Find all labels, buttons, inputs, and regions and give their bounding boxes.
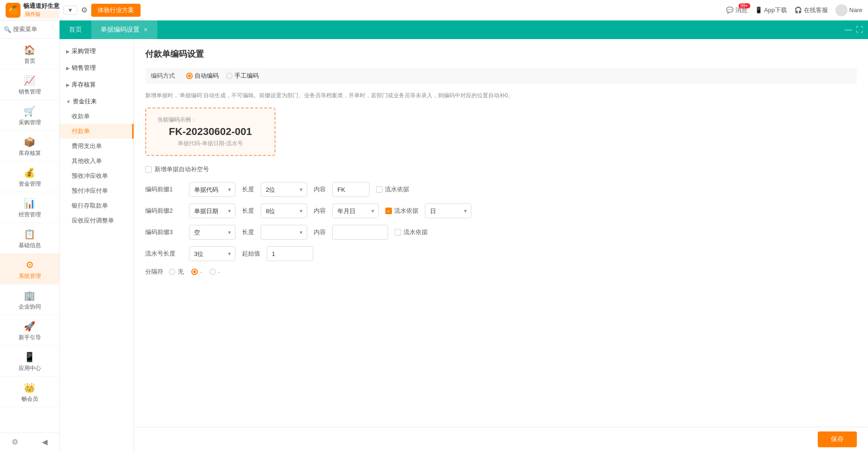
left-nav-funds-title[interactable]: ▼ 资金往来 [60,94,134,109]
prefix1-length-select[interactable]: 2位 [261,182,307,197]
form-area: 付款单编码设置 编码方式 自动编码 手工编码 [134,39,868,427]
start-value-input[interactable] [267,246,313,261]
sidebar-item-label: 库存核算 [19,149,41,157]
enterprise-icon: 🏢 [24,290,35,301]
preview-label: 当前编码示例： [157,116,263,124]
msg-btn[interactable]: 💬 消息 99+ [726,6,747,14]
tab-close-icon[interactable]: ✕ [143,27,148,33]
preview-desc: 单据代码-单据日期-流水号 [157,140,263,148]
form-wrapper: 付款单编码设置 编码方式 自动编码 手工编码 [134,39,868,451]
prefix2-content-label: 内容 [314,207,326,215]
bottom-bar: 保存 [134,427,868,451]
left-nav-sales-title[interactable]: ▶ 销售管理 [60,61,134,75]
search-menu[interactable]: 🔍 搜索菜单 [0,20,59,39]
trial-btn[interactable]: 体验行业方案 [91,4,141,17]
prefix1-select[interactable]: 单据代码 [189,182,236,197]
left-nav-item-advance-receipt[interactable]: 预收冲应收单 [60,168,134,183]
prefix1-label: 编码前缀1 [145,185,182,194]
sidebar-item-label: 首页 [24,57,35,65]
checkbox-checked-icon: ✓ [385,208,392,214]
settings-icon[interactable]: ⚙ [81,6,87,14]
auto-fill-checkbox[interactable] [145,166,152,173]
sidebar-item-apps[interactable]: 📱 应用中心 [0,346,59,377]
sidebar-item-finance[interactable]: 💰 资金管理 [0,162,59,192]
system-icon: ⚙ [26,259,34,270]
prefix2-select[interactable]: 单据日期 [189,203,236,218]
prefix2-content-select[interactable]: 年月日 [332,203,379,218]
auto-encode-radio[interactable]: 自动编码 [186,72,219,80]
sidebar-item-label: 资金管理 [19,180,41,188]
nav-dropdown-btn[interactable]: ▼ [63,6,77,15]
tabbar-minimize-icon[interactable]: — [845,26,852,34]
sidebar-item-guide[interactable]: 🚀 新手引导 [0,315,59,346]
left-nav-item-expense[interactable]: 费用支出单 [60,139,134,154]
member-icon: 👑 [24,382,35,393]
prefix2-watermark-check[interactable]: ✓ 流水依据 [385,207,418,215]
prefix3-select[interactable]: 空 [189,225,236,240]
user-menu[interactable]: Nare [835,4,862,16]
prefix3-watermark-check[interactable]: 流水依据 [395,228,428,236]
prefix2-period-select[interactable]: 日 [425,203,471,218]
left-nav-item-other-income[interactable]: 其他收入单 [60,154,134,168]
page-title: 付款单编码设置 [145,48,857,60]
left-nav-item-bank-deposit[interactable]: 银行存取款单 [60,198,134,213]
sidebar-collapse-icon[interactable]: ◀ [42,438,47,446]
save-button[interactable]: 保存 [818,431,857,447]
tab-home-label: 首页 [69,26,82,34]
sep-dot-option[interactable]: · [191,269,202,276]
left-nav-purchase-title[interactable]: ▶ 采购管理 [60,44,134,59]
prefix3-row: 编码前缀3 空 ▼ 长度 ▼ [145,225,857,240]
sep-dash-option[interactable]: · [209,269,220,276]
sidebar-item-inventory[interactable]: 📦 库存核算 [0,131,59,162]
tabbar-expand-icon[interactable]: ⛶ [856,26,863,34]
left-nav-inventory-title[interactable]: ▶ 库存核算 [60,77,134,92]
prefix3-length-select[interactable] [261,225,307,240]
manual-encode-radio[interactable]: 手工编码 [226,72,259,80]
sidebar-item-operation[interactable]: 📊 经营管理 [0,192,59,223]
left-nav-item-advance-payment[interactable]: 预付冲应付单 [60,183,134,198]
online-service-btn[interactable]: 🎧 在线客服 [794,6,828,14]
tab-home[interactable]: 首页 [60,20,91,39]
apps-icon: 📱 [24,351,35,363]
sidebar-item-system[interactable]: ⚙ 系统管理 [0,254,59,284]
sep-none-option[interactable]: 无 [169,268,184,276]
left-nav-item-receipt[interactable]: 收款单 [60,109,134,124]
sidebar-item-home[interactable]: 🏠 首页 [0,39,59,69]
sidebar-item-basic[interactable]: 📋 基础信息 [0,223,59,254]
sidebar-item-enterprise[interactable]: 🏢 企业协同 [0,284,59,315]
topbar: 🍊 畅通道好生意 插件版 ▼ ⚙ 体验行业方案 💬 消息 99+ 📱 App下载… [0,0,868,20]
separator-row: 分隔符 无 · · [145,268,857,276]
start-value-label: 起始值 [242,249,260,258]
auto-encode-radio-circle [186,73,193,79]
sidebar-settings-icon[interactable]: ⚙ [12,438,18,446]
serial-length-row: 流水号长度 3位 ▼ 起始值 [145,246,857,261]
serial-length-wrap: 3位 ▼ [189,246,236,261]
auto-fill-row: 新增单据自动补空号 [145,165,857,174]
sales-icon: 📈 [24,75,35,86]
prefix1-watermark-check[interactable]: 流水依据 [376,185,409,194]
separator-label: 分隔符 [145,268,163,276]
sidebar-item-member[interactable]: 👑 畅会员 [0,377,59,407]
topbar-left: 🍊 畅通道好生意 插件版 ▼ ⚙ 体验行业方案 [6,2,141,18]
sidebar-item-label: 新手引导 [19,334,41,342]
sidebar-item-label: 基础信息 [19,242,41,249]
chevron-right-icon: ▶ [66,49,70,54]
separator-options: 无 · · [169,268,220,276]
prefix1-select-wrap: 单据代码 ▼ [189,182,236,197]
prefix1-content-input[interactable] [332,182,370,197]
sidebar-item-label: 销售管理 [19,88,41,96]
app-download-btn[interactable]: 📱 App下载 [755,6,787,14]
prefix2-length-select[interactable]: 8位 [261,203,307,218]
serial-length-select[interactable]: 3位 [189,246,236,261]
tab-encode-label: 单据编码设置 [101,26,140,34]
left-nav-item-payment[interactable]: 付款单 [60,124,134,139]
prefix3-content-input[interactable] [332,225,388,240]
operation-icon: 📊 [24,198,35,209]
sidebar-item-purchase[interactable]: 🛒 采购管理 [0,100,59,131]
home-icon: 🏠 [24,44,35,55]
tab-encode-settings[interactable]: 单据编码设置 ✕ [91,20,157,39]
left-nav-item-ap-adjust[interactable]: 应收应付调整单 [60,213,134,228]
sidebar-item-sales[interactable]: 📈 销售管理 [0,69,59,100]
prefix1-row: 编码前缀1 单据代码 ▼ 长度 2位 ▼ [145,182,857,197]
preview-code: FK-20230602-001 [157,126,263,138]
